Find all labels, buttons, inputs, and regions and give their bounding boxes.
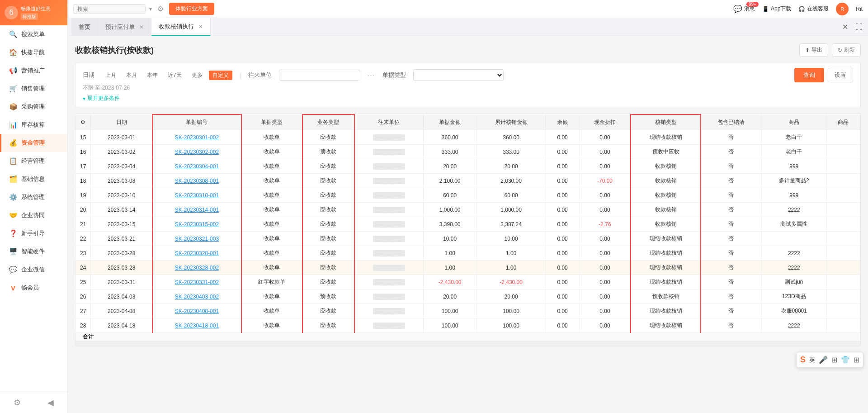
grid-icon[interactable]: ⊞: [831, 356, 837, 364]
filter-date-this-month[interactable]: 本月: [123, 71, 141, 80]
docno-link[interactable]: SK-20230321-003: [175, 236, 219, 242]
cell-biztype: 应收款: [302, 304, 354, 318]
cell-accum: 100.00: [476, 318, 546, 333]
sidebar-item-system[interactable]: ⚙️ 系统管理: [0, 188, 67, 206]
tab-home[interactable]: 首页: [71, 18, 98, 36]
tab-receipt[interactable]: 收款核销执行 ✕: [151, 18, 211, 36]
cell-partner: ████: [354, 203, 423, 217]
cell-amount: 333.00: [423, 145, 476, 159]
table-card: ⚙ 日期 单据编号 单据类型 业务类型 往来单位 单据金额 累计核销金额 余额 …: [75, 114, 861, 347]
sidebar-item-marketing[interactable]: 📢 营销推广: [0, 62, 67, 80]
sidebar-item-purchase[interactable]: 📦 采购管理: [0, 98, 67, 116]
cell-goods2: [826, 275, 860, 290]
cell-date: 2023-03-02: [91, 145, 152, 159]
system-icon: ⚙️: [9, 193, 18, 201]
cell-goods2: [826, 130, 860, 145]
table-row: 25 2023-03-31 SK-20230331-002 红字收款单 应收款 …: [75, 275, 860, 290]
cell-biztype: 应收款: [302, 188, 354, 203]
tabbar-fullscreen-btn[interactable]: ⛶: [854, 21, 864, 33]
sidebar-item-basic[interactable]: 🗂️ 基础信息: [0, 170, 67, 188]
query-btn[interactable]: 查询: [794, 68, 824, 82]
topbar-gear-icon[interactable]: ⚙: [156, 5, 165, 13]
filter-date-7days[interactable]: 近7天: [164, 71, 185, 80]
cell-goods1: 2222: [761, 246, 826, 261]
tab-payable-label: 预计应付单: [105, 23, 135, 31]
page-title: 收款核销执行(按收款): [75, 45, 154, 56]
cell-goods2: [826, 318, 860, 333]
docno-link[interactable]: SK-20230331-002: [175, 279, 219, 285]
sidebar-collapse-btn[interactable]: ◀: [44, 396, 57, 409]
cell-docno: SK-20230308-001: [152, 174, 241, 188]
docno-link[interactable]: SK-20230304-001: [175, 163, 219, 170]
docno-link[interactable]: SK-20230408-001: [175, 308, 219, 314]
sidebar-item-inventory[interactable]: 📊 库存核算: [0, 116, 67, 134]
cell-included: 否: [701, 290, 761, 304]
docno-link[interactable]: SK-20230403-002: [175, 294, 219, 300]
cell-goods2: [826, 232, 860, 246]
cell-amount: 10.00: [423, 232, 476, 246]
logo-icon: 6: [5, 6, 18, 19]
topbar-username[interactable]: Rit: [856, 6, 863, 12]
sidebar-item-quicknav[interactable]: 🏠 快捷导航: [0, 43, 67, 62]
cell-vertype: 收款核销: [631, 159, 701, 174]
sidebar-item-guide[interactable]: ❓ 新手引导: [0, 224, 67, 242]
topbar-online-service[interactable]: 🎧 在线客服: [798, 5, 829, 13]
sidebar-item-business[interactable]: 📋 经营管理: [0, 152, 67, 170]
shirt-icon[interactable]: 👕: [841, 356, 850, 364]
setting-btn[interactable]: 设置: [828, 68, 853, 82]
topbar-message[interactable]: 💬 消息 99+: [733, 5, 755, 13]
th-docno: 单据编号: [152, 114, 241, 130]
cell-doctype: 收款单: [241, 232, 302, 246]
mic-icon[interactable]: 🎤: [819, 356, 828, 364]
sidebar-item-corp[interactable]: 🤝 企业协同: [0, 206, 67, 224]
sidebar-item-member[interactable]: V 畅会员: [0, 279, 67, 297]
docno-link[interactable]: SK-20230315-002: [175, 221, 219, 228]
tabbar-close-all-btn[interactable]: ✕: [840, 21, 850, 33]
cell-biztype: 应收款: [302, 261, 354, 275]
user-avatar[interactable]: R: [836, 3, 849, 15]
docno-link[interactable]: SK-20230301-002: [175, 134, 219, 141]
cell-goods1: 999: [761, 188, 826, 203]
docno-link[interactable]: SK-20230328-001: [175, 250, 219, 256]
export-btn[interactable]: ⬆ 导出: [799, 43, 828, 57]
filter-doctype-select[interactable]: [413, 69, 504, 81]
topbar-app-download[interactable]: 📱 App下载: [762, 5, 791, 13]
docno-link[interactable]: SK-20230314-001: [175, 207, 219, 213]
refresh-btn[interactable]: ↻ 刷新: [832, 43, 861, 57]
cell-biztype: 应收款: [302, 217, 354, 232]
topbar-search-input[interactable]: [73, 4, 146, 14]
topbar-industry-btn[interactable]: 体验行业方案: [169, 3, 214, 15]
tab-payable-close[interactable]: ✕: [139, 24, 144, 30]
horizontal-scrollbar[interactable]: [75, 341, 860, 346]
cell-accum: 2,030.00: [476, 174, 546, 188]
sidebar-item-search[interactable]: 🔍 搜索菜单: [0, 25, 67, 43]
topbar-right: 💬 消息 99+ 📱 App下载 🎧 在线客服 R Rit: [733, 3, 863, 15]
filter-date-last-month[interactable]: 上月: [102, 71, 120, 80]
docno-link[interactable]: SK-20230308-001: [175, 178, 219, 184]
docno-link[interactable]: SK-20230418-001: [175, 323, 219, 329]
filter-date-more[interactable]: 更多: [188, 71, 206, 80]
tab-receipt-close[interactable]: ✕: [198, 24, 203, 30]
sidebar-settings-btn[interactable]: ⚙: [10, 396, 24, 409]
cell-accum: 1,000.00: [476, 203, 546, 217]
th-settings[interactable]: ⚙: [75, 114, 91, 130]
guide-icon: ❓: [9, 229, 18, 237]
docno-link[interactable]: SK-20230302-002: [175, 149, 219, 155]
docno-link[interactable]: SK-20230328-002: [175, 265, 219, 271]
docno-link[interactable]: SK-20230310-001: [175, 192, 219, 199]
topbar-dropdown-arrow[interactable]: ▾: [149, 6, 152, 12]
expand-conditions-btn[interactable]: ▾ 展开更多条件: [83, 95, 853, 102]
sidebar-item-hardware[interactable]: 🖥️ 智能硬件: [0, 242, 67, 261]
cell-doctype: 收款单: [241, 188, 302, 203]
logo-name: 畅康道好生意: [21, 5, 51, 12]
sidebar-item-wechat[interactable]: 💬 企业微信: [0, 261, 67, 279]
sidebar-item-finance[interactable]: 💰 资金管理: [0, 134, 67, 152]
cell-amount: 20.00: [423, 290, 476, 304]
filter-partner-input[interactable]: [279, 70, 360, 81]
tab-payable[interactable]: 预计应付单 ✕: [98, 18, 151, 36]
cell-partner: ████: [354, 232, 423, 246]
apps-icon[interactable]: ⊞: [854, 356, 859, 364]
sidebar-item-sales[interactable]: 🛒 销售管理: [0, 80, 67, 98]
filter-date-custom[interactable]: 自定义: [209, 71, 232, 80]
filter-date-this-year[interactable]: 本年: [143, 71, 161, 80]
